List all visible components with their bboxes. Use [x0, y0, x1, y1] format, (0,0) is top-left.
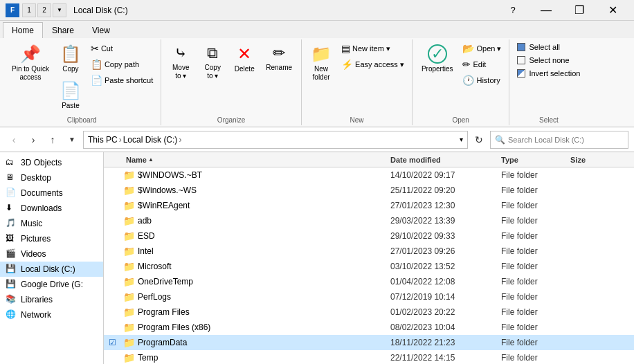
header-date[interactable]: Date modified [385, 156, 496, 164]
minimize-btn[interactable]: — [530, 0, 562, 21]
properties-button[interactable]: ✓ Properties [417, 41, 458, 77]
sidebar-item-network[interactable]: 🌐 Network [0, 307, 103, 322]
ribbon-content: 📌 Pin to Quickaccess 📋 Copy 📄 Paste [0, 38, 634, 127]
file-list: Name ▲ Date modified Type Size 📁 $WINDOW… [104, 152, 634, 364]
sidebar-item-music[interactable]: 🎵 Music [0, 216, 103, 231]
move-to-button[interactable]: ⤷ Moveto ▾ [165, 41, 196, 84]
sidebar-item-googledrive[interactable]: 💾 Google Drive (G: [0, 277, 103, 292]
file-explorer-icon[interactable]: F [6, 3, 19, 17]
tab-share[interactable]: Share [43, 22, 83, 38]
row-name: 📁 $WINDOWS.~BT [120, 170, 385, 181]
help-btn[interactable]: ? [497, 0, 529, 21]
sidebar-item-label-music: Music [21, 219, 42, 228]
table-row[interactable]: ☑ 📁 ProgramData 18/11/2022 21:23 File fo… [104, 335, 634, 350]
folder-icon: 📁 [123, 307, 135, 318]
table-row[interactable]: 📁 Temp 22/11/2022 14:15 File folder [104, 350, 634, 364]
select-label: Select [539, 115, 559, 124]
breadcrumb-dropdown[interactable]: ▾ [460, 136, 463, 143]
header-name[interactable]: Name ▲ [120, 156, 385, 164]
cut-button[interactable]: ✂ Cut [87, 41, 156, 56]
select-all-button[interactable]: Select all [514, 41, 583, 53]
3dobjects-icon: 🗂 [6, 157, 17, 168]
paste-label: Paste [62, 102, 80, 110]
row-name: 📁 ESD [120, 230, 385, 242]
folder-icon: 📁 [123, 246, 135, 257]
table-row[interactable]: 📁 PerfLogs 07/12/2019 10:14 File folder [104, 289, 634, 304]
recent-button[interactable]: ▼ [64, 131, 80, 148]
up-button[interactable]: ↑ [44, 131, 61, 148]
open-label: Open ▾ [476, 44, 501, 53]
tab-home[interactable]: Home [3, 22, 43, 38]
new-item-button[interactable]: ▤ New item ▾ [338, 41, 408, 56]
sidebar-item-desktop[interactable]: 🖥 Desktop [0, 170, 103, 185]
table-row[interactable]: 📁 $WINDOWS.~BT 14/10/2022 09:17 File fol… [104, 167, 634, 183]
ribbon-tabs: Home Share View [0, 21, 634, 38]
history-button[interactable]: 🕐 History [459, 73, 505, 88]
documents-icon: 📄 [6, 188, 17, 199]
music-icon: 🎵 [6, 218, 17, 229]
sidebar-item-localdisk[interactable]: 💾 Local Disk (C:) [0, 262, 103, 277]
cut-icon: ✂ [91, 43, 99, 54]
sidebar-item-label-desktop: Desktop [21, 173, 51, 183]
sidebar-item-libraries[interactable]: 📚 Libraries [0, 292, 103, 307]
row-date: 01/04/2022 12:08 [385, 277, 496, 286]
invert-selection-icon [517, 69, 525, 78]
maximize-btn[interactable]: ❐ [563, 0, 595, 21]
table-row[interactable]: 📁 OneDriveTemp 01/04/2022 12:08 File fol… [104, 274, 634, 289]
new-folder-label: Newfolder [313, 65, 330, 82]
header-size[interactable]: Size [565, 156, 620, 164]
row-checkbox[interactable]: ☑ [104, 338, 120, 347]
header-type[interactable]: Type [496, 156, 565, 164]
breadcrumb[interactable]: This PC › Local Disk (C:) › ▾ [83, 131, 468, 149]
select-none-label: Select none [529, 56, 569, 64]
forward-button[interactable]: › [25, 131, 42, 148]
edit-button[interactable]: ✏ Edit [459, 57, 505, 72]
easy-access-button[interactable]: ⚡ Easy access ▾ [338, 57, 408, 72]
close-btn[interactable]: ✕ [597, 0, 628, 21]
refresh-button[interactable]: ↻ [471, 131, 487, 148]
pin-quick-access-button[interactable]: 📌 Pin to Quickaccess [7, 41, 54, 85]
copy-icon: 📋 [60, 44, 81, 64]
new-folder-button[interactable]: 📁 Newfolder [306, 41, 336, 85]
select-group: Select all Select none Invert selection … [509, 39, 588, 125]
row-type: File folder [496, 201, 565, 210]
row-type: File folder [496, 322, 565, 332]
table-row[interactable]: 📁 $WinREAgent 27/01/2023 12:30 File fold… [104, 198, 634, 213]
paste-button[interactable]: 📄 Paste [55, 78, 86, 113]
new-folder-icon: 📁 [311, 44, 332, 64]
table-row[interactable]: 📁 $Windows.~WS 25/11/2022 09:20 File fol… [104, 183, 634, 198]
breadcrumb-pc: This PC [88, 135, 118, 145]
table-row[interactable]: 📁 Microsoft 03/10/2022 13:52 File folder [104, 259, 634, 274]
row-name: 📁 Intel [120, 246, 385, 257]
table-row[interactable]: 📁 Program Files (x86) 08/02/2023 10:04 F… [104, 320, 634, 335]
forward-icon-small[interactable]: 2 [37, 3, 51, 17]
sidebar-item-3dobjects[interactable]: 🗂 3D Objects [0, 155, 103, 170]
invert-selection-button[interactable]: Invert selection [514, 67, 583, 80]
rename-button[interactable]: ✏ Rename [261, 41, 297, 75]
open-button[interactable]: 📂 Open ▾ [459, 41, 505, 56]
table-row[interactable]: 📁 Program Files 01/02/2023 20:22 File fo… [104, 304, 634, 320]
back-icon-small[interactable]: 1 [22, 3, 36, 17]
back-button[interactable]: ‹ [6, 131, 22, 148]
select-none-button[interactable]: Select none [514, 54, 583, 66]
folder-icon: 📁 [123, 276, 135, 287]
table-row[interactable]: 📁 ESD 29/10/2022 09:33 File folder [104, 228, 634, 244]
search-input[interactable] [508, 136, 624, 144]
copy-path-button[interactable]: 📋 Copy path [87, 57, 156, 72]
cut-label: Cut [101, 44, 113, 53]
copy-button[interactable]: 📋 Copy [55, 41, 86, 77]
address-bar: ‹ › ↑ ▼ This PC › Local Disk (C:) › ▾ ↻ … [0, 127, 634, 152]
delete-button[interactable]: ✕ Delete [229, 41, 260, 77]
copy-to-button[interactable]: ⧉ Copyto ▾ [197, 41, 228, 84]
dropdown-icon-small[interactable]: ▼ [53, 3, 66, 17]
sidebar-item-videos[interactable]: 🎬 Videos [0, 246, 103, 262]
sidebar-item-downloads[interactable]: ⬇ Downloads [0, 201, 103, 216]
delete-icon: ✕ [237, 44, 251, 64]
table-row[interactable]: 📁 adb 29/03/2022 13:39 File folder [104, 213, 634, 228]
paste-shortcut-button[interactable]: 📄 Paste shortcut [87, 73, 156, 88]
sidebar-item-pictures[interactable]: 🖼 Pictures [0, 231, 103, 246]
tab-view[interactable]: View [83, 22, 119, 38]
row-name: 📁 $Windows.~WS [120, 185, 385, 196]
table-row[interactable]: 📁 Intel 27/01/2023 09:26 File folder [104, 244, 634, 259]
sidebar-item-documents[interactable]: 📄 Documents [0, 185, 103, 201]
